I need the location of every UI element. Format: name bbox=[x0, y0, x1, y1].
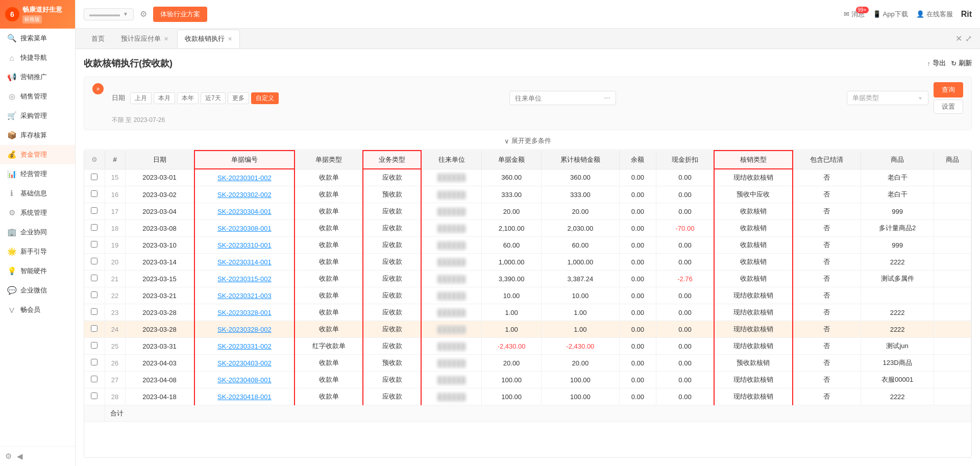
sidebar-item-quick-nav[interactable]: ⌂ 快捷导航 bbox=[0, 48, 75, 67]
row-checkbox[interactable] bbox=[91, 325, 97, 332]
sidebar-item-member[interactable]: V 畅会员 bbox=[0, 300, 75, 320]
cell-select[interactable] bbox=[84, 372, 105, 388]
sidebar-item-corp[interactable]: 🏢 企业协同 bbox=[0, 223, 75, 242]
sidebar-item-wechat[interactable]: 💬 企业微信 bbox=[0, 281, 75, 300]
sidebar-item-sales[interactable]: ◎ 销售管理 bbox=[0, 87, 75, 106]
cell-bill-no[interactable]: SK-20230314-001 bbox=[194, 254, 295, 271]
table-row[interactable]: 28 2023-04-18 SK-20230418-001 收款单 应收款 ██… bbox=[84, 388, 971, 405]
sidebar-item-purchase[interactable]: 🛒 采购管理 bbox=[0, 106, 75, 126]
cell-bill-no[interactable]: SK-20230328-002 bbox=[194, 321, 295, 338]
cell-bill-no[interactable]: SK-20230308-001 bbox=[194, 220, 295, 237]
cell-select[interactable] bbox=[84, 287, 105, 304]
workspace-selector[interactable]: ▬▬▬▬▬ ▼ bbox=[84, 8, 134, 20]
table-row[interactable]: 25 2023-03-31 SK-20230331-002 红字收款单 应收款 … bbox=[84, 338, 971, 355]
table-row[interactable]: 23 2023-03-28 SK-20230328-001 收款单 应收款 ██… bbox=[84, 304, 971, 321]
cell-bill-no[interactable]: SK-20230301-002 bbox=[194, 169, 295, 186]
sidebar-item-guide[interactable]: 🌟 新手引导 bbox=[0, 242, 75, 261]
row-checkbox[interactable] bbox=[91, 393, 97, 399]
row-checkbox[interactable] bbox=[91, 241, 97, 248]
date-this-month[interactable]: 本月 bbox=[154, 92, 175, 104]
sidebar-item-system[interactable]: ⚙ 系统管理 bbox=[0, 203, 75, 223]
partner-field[interactable]: ··· bbox=[509, 91, 616, 105]
cell-select[interactable] bbox=[84, 388, 105, 405]
online-service-button[interactable]: 👤 在线客服 bbox=[916, 10, 953, 19]
cell-select[interactable] bbox=[84, 254, 105, 271]
cell-select[interactable] bbox=[84, 338, 105, 355]
date-last-month[interactable]: 上月 bbox=[130, 92, 152, 104]
row-checkbox[interactable] bbox=[91, 258, 97, 264]
partner-input[interactable] bbox=[515, 94, 601, 102]
user-profile-button[interactable]: Rit bbox=[961, 10, 972, 19]
table-row[interactable]: 17 2023-03-04 SK-20230304-001 收款单 应收款 ██… bbox=[84, 203, 971, 220]
sidebar-item-operations[interactable]: 📊 经营管理 bbox=[0, 164, 75, 184]
cell-select[interactable] bbox=[84, 237, 105, 254]
table-row[interactable]: 27 2023-04-08 SK-20230408-001 收款单 应收款 ██… bbox=[84, 372, 971, 388]
table-row[interactable]: 16 2023-03-02 SK-20230302-002 收款单 预收款 ██… bbox=[84, 186, 971, 203]
close-all-tabs-icon[interactable]: ✕ bbox=[955, 34, 962, 43]
cell-bill-no[interactable]: SK-20230403-002 bbox=[194, 355, 295, 372]
cell-bill-no[interactable]: SK-20230328-001 bbox=[194, 304, 295, 321]
bill-type-select[interactable]: 单据类型 ▼ bbox=[847, 91, 928, 105]
cell-select[interactable] bbox=[84, 271, 105, 287]
filter-settings-button[interactable]: 设置 bbox=[934, 100, 963, 114]
table-row[interactable]: 24 2023-03-28 SK-20230328-002 收款单 应收款 ██… bbox=[84, 321, 971, 338]
row-checkbox[interactable] bbox=[91, 174, 97, 180]
row-checkbox[interactable] bbox=[91, 291, 97, 298]
sidebar-item-finance[interactable]: 💰 资金管理 bbox=[0, 145, 75, 164]
gear-icon[interactable]: ⚙ bbox=[140, 9, 147, 19]
row-checkbox[interactable] bbox=[91, 275, 97, 281]
cell-bill-no[interactable]: SK-20230408-001 bbox=[194, 372, 295, 388]
cell-bill-no[interactable]: SK-20230304-001 bbox=[194, 203, 295, 220]
cell-select[interactable] bbox=[84, 304, 105, 321]
table-row[interactable]: 20 2023-03-14 SK-20230314-001 收款单 应收款 ██… bbox=[84, 254, 971, 271]
cell-select[interactable] bbox=[84, 321, 105, 338]
tab-close-pre-sale[interactable]: ✕ bbox=[164, 36, 168, 42]
tab-pre-sale[interactable]: 预计应应付单 ✕ bbox=[113, 30, 176, 47]
tab-close-collection-exec[interactable]: ✕ bbox=[228, 36, 232, 42]
cell-select[interactable] bbox=[84, 186, 105, 203]
cell-select[interactable] bbox=[84, 203, 105, 220]
row-checkbox[interactable] bbox=[91, 342, 97, 349]
cell-bill-no[interactable]: SK-20230315-002 bbox=[194, 271, 295, 287]
table-row[interactable]: 18 2023-03-08 SK-20230308-001 收款单 应收款 ██… bbox=[84, 220, 971, 237]
cell-bill-no[interactable]: SK-20230310-001 bbox=[194, 237, 295, 254]
sidebar-item-inventory[interactable]: 📦 库存核算 bbox=[0, 126, 75, 145]
expand-more-button[interactable]: ∨ 展开更多条件 bbox=[504, 136, 551, 145]
sidebar-item-basic-info[interactable]: ℹ 基础信息 bbox=[0, 184, 75, 203]
table-row[interactable]: 19 2023-03-10 SK-20230310-001 收款单 应收款 ██… bbox=[84, 237, 971, 254]
filter-expand-button[interactable]: » bbox=[92, 83, 104, 94]
expand-tabs-icon[interactable]: ⤢ bbox=[965, 34, 972, 43]
table-row[interactable]: 22 2023-03-21 SK-20230321-003 收款单 应收款 ██… bbox=[84, 287, 971, 304]
row-checkbox[interactable] bbox=[91, 224, 97, 231]
tab-collection-exec[interactable]: 收款核销执行 ✕ bbox=[177, 30, 240, 48]
cell-bill-no[interactable]: SK-20230418-001 bbox=[194, 388, 295, 405]
message-button[interactable]: ✉ 消息 99+ bbox=[844, 10, 865, 19]
tab-home[interactable]: 首页 bbox=[84, 30, 112, 47]
cell-bill-no[interactable]: SK-20230331-002 bbox=[194, 338, 295, 355]
cell-bill-no[interactable]: SK-20230302-002 bbox=[194, 186, 295, 203]
collapse-icon[interactable]: ◀ bbox=[17, 452, 23, 461]
refresh-button[interactable]: ↻ 刷新 bbox=[951, 59, 972, 68]
sidebar-item-search[interactable]: 🔍 搜索菜单 bbox=[0, 29, 75, 48]
row-checkbox[interactable] bbox=[91, 376, 97, 382]
date-custom[interactable]: 自定义 bbox=[251, 92, 279, 104]
export-button[interactable]: ↑ 导出 bbox=[927, 59, 946, 68]
row-checkbox[interactable] bbox=[91, 190, 97, 197]
date-more[interactable]: 更多 bbox=[228, 92, 249, 104]
query-button[interactable]: 查询 bbox=[934, 82, 963, 97]
cell-bill-no[interactable]: SK-20230321-003 bbox=[194, 287, 295, 304]
row-checkbox[interactable] bbox=[91, 207, 97, 214]
cell-select[interactable] bbox=[84, 355, 105, 372]
table-row[interactable]: 21 2023-03-15 SK-20230315-002 收款单 应收款 ██… bbox=[84, 271, 971, 287]
partner-dots-icon[interactable]: ··· bbox=[604, 93, 610, 103]
app-download-button[interactable]: 📱 App下载 bbox=[873, 10, 908, 19]
date-this-year[interactable]: 本年 bbox=[177, 92, 199, 104]
sidebar-item-hardware[interactable]: 💡 智能硬件 bbox=[0, 261, 75, 281]
date-last-7-days[interactable]: 近7天 bbox=[201, 92, 226, 104]
cell-select[interactable] bbox=[84, 169, 105, 186]
table-row[interactable]: 26 2023-04-03 SK-20230403-002 收款单 预收款 ██… bbox=[84, 355, 971, 372]
table-row[interactable]: 15 2023-03-01 SK-20230301-002 收款单 应收款 ██… bbox=[84, 169, 971, 186]
industry-solution-button[interactable]: 体验行业方案 bbox=[153, 7, 207, 22]
row-checkbox[interactable] bbox=[91, 308, 97, 315]
row-checkbox[interactable] bbox=[91, 359, 97, 365]
